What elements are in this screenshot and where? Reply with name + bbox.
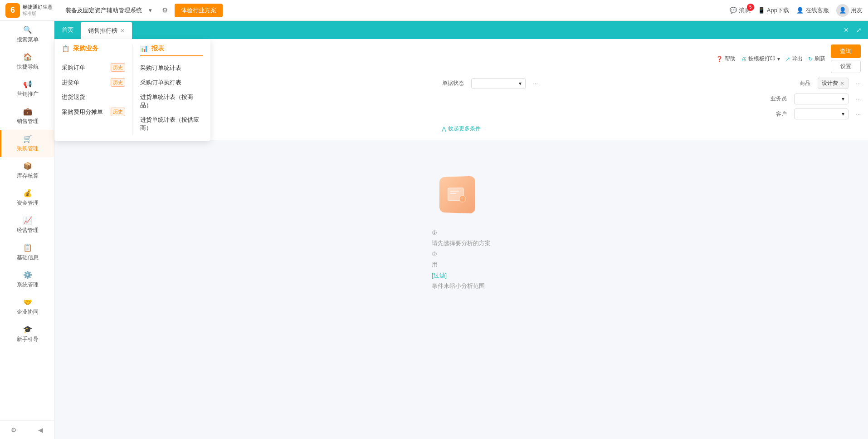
print-icon: 🖨 xyxy=(741,56,746,62)
empty-state: ! ① 请先选择要分析的方案 ② 用[过滤]条件来缩小分析范围 xyxy=(54,140,868,327)
sidebar-label-enterprise: 企业协同 xyxy=(17,308,39,316)
goods-tag-close[interactable]: ✕ xyxy=(840,80,844,87)
purchase-col: 📋 采购业务 采购订单 历史 进货单 历史 进货退货 采购费用分摊单 历史 xyxy=(54,44,132,135)
purchase-col-title: 采购业务 xyxy=(73,44,98,53)
sidebar-label-search: 搜索菜单 xyxy=(17,36,39,44)
expense-history: 历史 xyxy=(111,108,125,116)
sidebar-item-operations[interactable]: 📈 经营管理 xyxy=(0,212,54,239)
collapse-icon: ⋀ xyxy=(442,126,446,132)
sidebar-icon-marketing: 📢 xyxy=(23,80,32,89)
logo-area: 6 畅捷通好生意 标准版 xyxy=(5,3,60,18)
svg-text:!: ! xyxy=(461,197,463,201)
doc-status-dropdown-icon: ▾ xyxy=(519,80,522,87)
incoming-label: 进货单 xyxy=(62,79,79,87)
incoming-stats-supplier-label: 进货单统计表（按供应商） xyxy=(140,116,204,132)
tab-sales-rank[interactable]: 销售排行榜 ✕ xyxy=(81,22,132,40)
online-service-btn[interactable]: 👤 在线客服 xyxy=(796,6,829,15)
sidebar-item-inventory[interactable]: 📦 库存核算 xyxy=(0,157,54,184)
sidebar-label-finance: 资金管理 xyxy=(17,199,39,207)
report-col-title: 报表 xyxy=(151,44,164,53)
sidebar-item-enterprise[interactable]: 🤝 企业协同 xyxy=(0,293,54,321)
sidebar-icon-purchase: 🛒 xyxy=(23,134,32,143)
settings-icon[interactable]: ⚙ xyxy=(158,4,171,17)
svg-rect-1 xyxy=(450,191,459,192)
user-menu[interactable]: 👤 用友 xyxy=(836,4,863,17)
incoming-stats-product-label: 进货单统计表（按商品） xyxy=(140,93,204,109)
sidebar-label-system: 系统管理 xyxy=(17,281,39,289)
industry-button[interactable]: 体验行业方案 xyxy=(175,4,223,17)
help-btn[interactable]: ❓ 帮助 xyxy=(716,55,736,63)
sidebar-icon-basic-info: 📋 xyxy=(23,243,32,252)
phone-icon: 📱 xyxy=(758,7,765,14)
sidebar-settings-btn[interactable]: ⚙ xyxy=(11,426,17,434)
refresh-btn[interactable]: ↻ 刷新 xyxy=(808,55,825,63)
purchase-col-icon: 📋 xyxy=(62,45,69,52)
tab-expand-btn[interactable]: ⤢ xyxy=(853,25,864,35)
dropdown-item-purchase-order[interactable]: 采购订单 历史 xyxy=(62,60,125,75)
print-btn[interactable]: 🖨 按模板打印 ▾ xyxy=(741,55,780,63)
goods-more[interactable]: ··· xyxy=(856,80,861,87)
sidebar-item-guide[interactable]: 🎓 新手引导 xyxy=(0,321,54,348)
sidebar-item-search[interactable]: 🔍 搜索菜单 xyxy=(0,21,54,48)
notification-btn[interactable]: 💬 消息 5 xyxy=(730,6,751,15)
doc-status-more[interactable]: ··· xyxy=(533,80,538,87)
doc-status-label: 单据状态 xyxy=(442,79,464,87)
dropdown-item-return[interactable]: 进货退货 xyxy=(62,90,125,104)
notification-icon: 💬 xyxy=(730,7,737,14)
export-btn[interactable]: ↗ 导出 xyxy=(785,55,803,63)
sidebar-label-sales: 销售管理 xyxy=(17,118,39,125)
dropdown-item-order-stats[interactable]: 采购订单统计表 xyxy=(140,61,204,75)
sidebar-item-system[interactable]: ⚙️ 系统管理 xyxy=(0,266,54,293)
sidebar-item-marketing[interactable]: 📢 营销推广 xyxy=(0,75,54,103)
filter-keyword: [过滤] xyxy=(432,270,491,281)
sidebar-item-purchase[interactable]: 🛒 采购管理 xyxy=(0,130,54,157)
goods-label: 商品 xyxy=(800,79,810,87)
customer-label: 客户 xyxy=(776,110,787,118)
service-icon: 👤 xyxy=(796,7,804,14)
dropdown-item-incoming-stats-supplier[interactable]: 进货单统计表（按供应商） xyxy=(140,113,204,135)
customer-more[interactable]: ··· xyxy=(856,111,861,118)
salesperson-label: 业务员 xyxy=(770,95,787,103)
sidebar-icon-quick-nav: 🏠 xyxy=(23,53,32,61)
tab-close-all-btn[interactable]: ✕ xyxy=(841,25,852,35)
collapse-btn[interactable]: ⋀ 收起更多条件 xyxy=(442,125,481,133)
dropdown-item-incoming-stats-product[interactable]: 进货单统计表（按商品） xyxy=(140,90,204,113)
salesperson-select[interactable]: ▾ xyxy=(794,94,848,104)
notification-badge: 5 xyxy=(747,4,754,11)
settings-button[interactable]: 设置 xyxy=(831,60,861,73)
order-exec-label: 采购订单执行表 xyxy=(140,79,181,87)
app-download-btn[interactable]: 📱 App下载 xyxy=(758,6,789,15)
sidebar-item-finance[interactable]: 💰 资金管理 xyxy=(0,184,54,212)
tab-home-label: 首页 xyxy=(62,26,73,34)
tab-close-btn[interactable]: ✕ xyxy=(120,28,125,34)
sidebar-collapse-btn[interactable]: ◀ xyxy=(38,426,43,434)
refresh-label: 刷新 xyxy=(814,55,825,63)
customer-dropdown-icon: ▾ xyxy=(842,111,844,117)
sidebar-label-operations: 经营管理 xyxy=(17,227,39,234)
query-button[interactable]: 查询 xyxy=(831,44,861,58)
dropdown-cols: 📋 采购业务 采购订单 历史 进货单 历史 进货退货 采购费用分摊单 历史 xyxy=(54,44,210,135)
sidebar-item-sales[interactable]: 💼 销售管理 xyxy=(0,103,54,130)
dropdown-item-expense[interactable]: 采购费用分摊单 历史 xyxy=(62,104,125,119)
dropdown-item-order-exec[interactable]: 采购订单执行表 xyxy=(140,75,204,90)
report-col-icon: 📊 xyxy=(140,45,148,52)
header-right: 💬 消息 5 📱 App下载 👤 在线客服 👤 用友 xyxy=(730,4,863,17)
user-avatar: 👤 xyxy=(836,4,849,17)
salesperson-more[interactable]: ··· xyxy=(856,95,861,102)
system-dropdown-btn[interactable]: ▾ xyxy=(146,6,155,15)
sidebar-item-basic-info[interactable]: 📋 基础信息 xyxy=(0,239,54,266)
dropdown-menu: 📋 采购业务 采购订单 历史 进货单 历史 进货退货 采购费用分摊单 历史 xyxy=(54,39,210,141)
doc-status-select[interactable]: ▾ xyxy=(471,78,526,89)
svg-rect-2 xyxy=(450,193,456,194)
sidebar: 🔍 搜索菜单 🏠 快捷导航 📢 营销推广 💼 销售管理 🛒 采购管理 📦 库存核… xyxy=(0,21,54,439)
system-title: 装备及固定资产辅助管理系统 xyxy=(65,6,142,15)
expense-label: 采购费用分摊单 xyxy=(62,108,103,116)
sidebar-icon-enterprise: 🤝 xyxy=(23,298,32,306)
help-label: 帮助 xyxy=(725,55,736,63)
order-stats-label: 采购订单统计表 xyxy=(140,64,181,72)
sidebar-item-quick-nav[interactable]: 🏠 快捷导航 xyxy=(0,48,54,75)
customer-select[interactable]: ▾ xyxy=(794,109,848,119)
tab-home[interactable]: 首页 xyxy=(54,21,81,39)
print-dropdown-icon[interactable]: ▾ xyxy=(777,56,780,62)
dropdown-item-incoming[interactable]: 进货单 历史 xyxy=(62,75,125,90)
